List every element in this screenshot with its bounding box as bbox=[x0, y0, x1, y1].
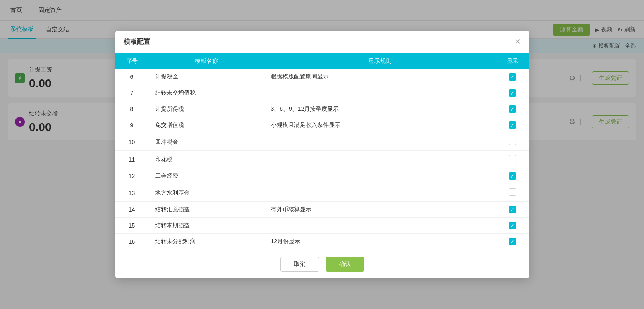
table-row: 15结转本期损益✓ bbox=[115, 218, 529, 234]
row-rule bbox=[264, 168, 496, 184]
row-rule bbox=[264, 85, 496, 101]
row-checkbox-cell: ✓ bbox=[496, 168, 529, 184]
row-template-name: 结转汇兑损益 bbox=[148, 202, 264, 218]
table-body: 6计提税金根据模版配置期间显示✓7结转未交增值税✓8计提所得税3、6、9、12月… bbox=[115, 69, 529, 250]
row-checkbox-cell bbox=[496, 151, 529, 168]
confirm-button[interactable]: 确认 bbox=[326, 257, 364, 272]
row-index: 15 bbox=[115, 218, 148, 234]
row-index: 7 bbox=[115, 85, 148, 101]
row-checkbox-cell: ✓ bbox=[496, 117, 529, 133]
row-rule bbox=[264, 218, 496, 234]
modal-overlay: 模板配置 ✕ 序号 模板名称 显示规则 显示 6 bbox=[0, 0, 644, 309]
template-config-modal: 模板配置 ✕ 序号 模板名称 显示规则 显示 6 bbox=[115, 31, 529, 278]
modal-title: 模板配置 bbox=[124, 38, 150, 46]
row-rule: 3、6、9、12月按季度显示 bbox=[264, 101, 496, 117]
row-checkbox[interactable]: ✓ bbox=[509, 105, 516, 113]
row-index: 12 bbox=[115, 168, 148, 184]
row-checkbox-cell: ✓ bbox=[496, 101, 529, 117]
row-checkbox[interactable]: ✓ bbox=[509, 206, 516, 213]
table-row: 6计提税金根据模版配置期间显示✓ bbox=[115, 69, 529, 85]
row-checkbox-cell bbox=[496, 184, 529, 202]
row-index: 9 bbox=[115, 117, 148, 133]
table-header: 序号 模板名称 显示规则 显示 bbox=[115, 53, 529, 69]
row-index: 6 bbox=[115, 69, 148, 85]
row-checkbox-cell: ✓ bbox=[496, 234, 529, 250]
row-template-name: 结转本期损益 bbox=[148, 218, 264, 234]
modal-close-button[interactable]: ✕ bbox=[515, 37, 521, 46]
row-checkbox-cell: ✓ bbox=[496, 69, 529, 85]
table-row: 10回冲税金 bbox=[115, 133, 529, 151]
cancel-button[interactable]: 取消 bbox=[280, 257, 319, 272]
col-show: 显示 bbox=[496, 53, 529, 69]
row-rule: 有外币核算显示 bbox=[264, 202, 496, 218]
row-template-name: 计提税金 bbox=[148, 69, 264, 85]
row-rule: 12月份显示 bbox=[264, 234, 496, 250]
row-template-name: 计提所得税 bbox=[148, 101, 264, 117]
table-row: 11印花税 bbox=[115, 151, 529, 168]
row-rule bbox=[264, 133, 496, 151]
row-checkbox[interactable]: ✓ bbox=[509, 73, 516, 81]
row-template-name: 工会经费 bbox=[148, 168, 264, 184]
row-checkbox-cell: ✓ bbox=[496, 85, 529, 101]
table-row: 9免交增值税小规模且满足收入条件显示✓ bbox=[115, 117, 529, 133]
modal-footer: 取消 确认 bbox=[115, 250, 529, 278]
modal-header: 模板配置 ✕ bbox=[115, 31, 529, 53]
row-index: 14 bbox=[115, 202, 148, 218]
table-row: 12工会经费✓ bbox=[115, 168, 529, 184]
col-index: 序号 bbox=[115, 53, 148, 69]
row-checkbox[interactable]: ✓ bbox=[509, 121, 516, 129]
row-template-name: 印花税 bbox=[148, 151, 264, 168]
row-template-name: 地方水利基金 bbox=[148, 184, 264, 202]
table-row: 13地方水利基金 bbox=[115, 184, 529, 202]
table-row: 8计提所得税3、6、9、12月按季度显示✓ bbox=[115, 101, 529, 117]
table-row: 14结转汇兑损益有外币核算显示✓ bbox=[115, 202, 529, 218]
modal-body: 序号 模板名称 显示规则 显示 6计提税金根据模版配置期间显示✓7结转未交增值税… bbox=[115, 53, 529, 250]
row-rule: 小规模且满足收入条件显示 bbox=[264, 117, 496, 133]
config-table: 序号 模板名称 显示规则 显示 6计提税金根据模版配置期间显示✓7结转未交增值税… bbox=[115, 53, 529, 250]
row-index: 10 bbox=[115, 133, 148, 151]
row-rule: 根据模版配置期间显示 bbox=[264, 69, 496, 85]
row-checkbox-cell bbox=[496, 133, 529, 151]
row-template-name: 结转未分配利润 bbox=[148, 234, 264, 250]
table-row: 7结转未交增值税✓ bbox=[115, 85, 529, 101]
row-rule bbox=[264, 151, 496, 168]
table-row: 16结转未分配利润12月份显示✓ bbox=[115, 234, 529, 250]
row-template-name: 免交增值税 bbox=[148, 117, 264, 133]
row-index: 16 bbox=[115, 234, 148, 250]
row-checkbox[interactable] bbox=[509, 188, 516, 196]
row-checkbox[interactable]: ✓ bbox=[509, 238, 516, 245]
row-index: 13 bbox=[115, 184, 148, 202]
row-checkbox[interactable] bbox=[509, 138, 516, 145]
row-checkbox[interactable]: ✓ bbox=[509, 89, 516, 97]
row-index: 8 bbox=[115, 101, 148, 117]
row-checkbox[interactable]: ✓ bbox=[509, 222, 516, 229]
row-checkbox[interactable] bbox=[509, 155, 516, 162]
row-checkbox-cell: ✓ bbox=[496, 202, 529, 218]
row-template-name: 回冲税金 bbox=[148, 133, 264, 151]
col-name: 模板名称 bbox=[148, 53, 264, 69]
row-checkbox-cell: ✓ bbox=[496, 218, 529, 234]
row-template-name: 结转未交增值税 bbox=[148, 85, 264, 101]
row-index: 11 bbox=[115, 151, 148, 168]
table-wrapper[interactable]: 序号 模板名称 显示规则 显示 6计提税金根据模版配置期间显示✓7结转未交增值税… bbox=[115, 53, 529, 250]
row-rule bbox=[264, 184, 496, 202]
col-rule: 显示规则 bbox=[264, 53, 496, 69]
row-checkbox[interactable]: ✓ bbox=[509, 172, 516, 180]
